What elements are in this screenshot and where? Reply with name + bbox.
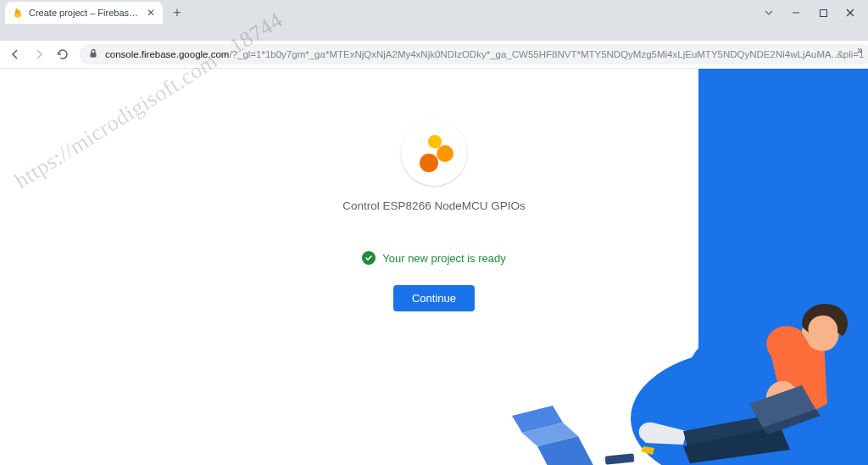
tab-strip: Create project – Firebase console ✕ + bbox=[0, 0, 868, 24]
svg-rect-11 bbox=[605, 453, 635, 464]
lock-icon bbox=[88, 48, 98, 60]
continue-button[interactable]: Continue bbox=[393, 285, 475, 311]
overflow-indicator: » bbox=[857, 44, 863, 56]
browser-chrome: Create project – Firebase console ✕ + bbox=[0, 0, 868, 41]
forward-button[interactable] bbox=[32, 46, 46, 63]
window-controls bbox=[754, 2, 865, 24]
tab-title: Create project – Firebase console bbox=[29, 8, 141, 18]
check-circle-icon bbox=[362, 251, 376, 265]
chevron-down-icon[interactable] bbox=[761, 5, 776, 20]
minimize-icon[interactable] bbox=[788, 5, 804, 20]
new-tab-button[interactable]: + bbox=[168, 3, 186, 22]
browser-toolbar: console.firebase.google.com/?_gl=1*1b0y7… bbox=[0, 41, 868, 69]
svg-rect-1 bbox=[820, 9, 826, 16]
firebase-favicon bbox=[12, 7, 24, 19]
back-button[interactable] bbox=[8, 46, 22, 63]
svg-rect-2 bbox=[91, 53, 97, 58]
status-row: Your new project is ready bbox=[362, 251, 506, 265]
reload-button[interactable] bbox=[56, 46, 70, 63]
close-icon[interactable] bbox=[843, 5, 858, 20]
project-name: Control ESP8266 NodeMCU GPIOs bbox=[342, 199, 525, 212]
maximize-icon[interactable] bbox=[815, 5, 831, 20]
browser-tab[interactable]: Create project – Firebase console ✕ bbox=[5, 2, 163, 24]
project-ready-panel: Control ESP8266 NodeMCU GPIOs Your new p… bbox=[0, 120, 868, 311]
status-text: Your new project is ready bbox=[382, 252, 506, 265]
project-icon bbox=[401, 120, 467, 186]
tab-close-icon[interactable]: ✕ bbox=[146, 8, 156, 18]
page-content: Control ESP8266 NodeMCU GPIOs Your new p… bbox=[0, 69, 868, 465]
